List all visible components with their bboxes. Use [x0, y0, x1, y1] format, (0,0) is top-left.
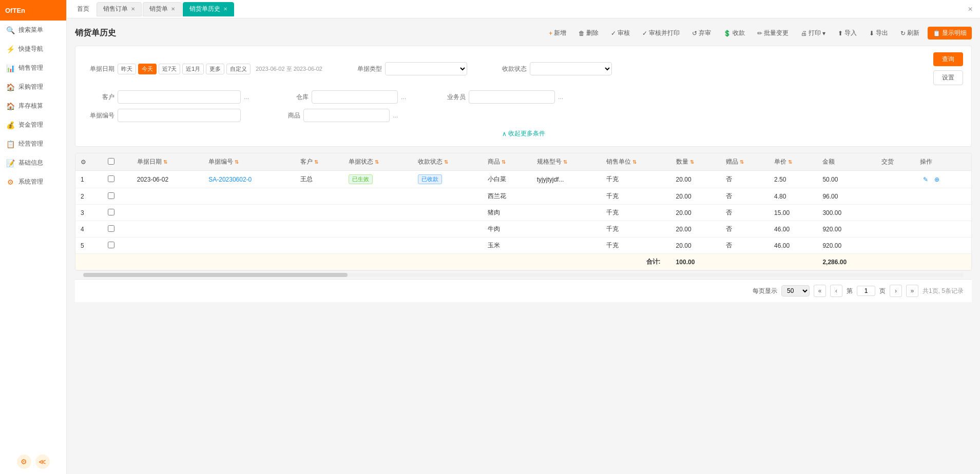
date-btn-7days[interactable]: 近7天 — [159, 64, 180, 74]
customer-picker-btn[interactable]: ... — [244, 93, 249, 101]
page-prev-btn[interactable]: ‹ — [830, 285, 842, 297]
audit-print-btn[interactable]: ✓ 审核并打印 — [638, 27, 684, 40]
doc-no-link[interactable]: SA-20230602-0 — [208, 176, 252, 183]
page-number-input[interactable] — [857, 286, 875, 296]
collapse-btn[interactable]: ∧ 收起更多条件 — [84, 127, 963, 140]
row-checkbox[interactable] — [108, 209, 114, 215]
refresh-btn[interactable]: ↻ 刷新 — [896, 27, 924, 40]
tab-close-icon[interactable]: ✕ — [131, 6, 135, 12]
td-delivery — [876, 188, 915, 205]
page-next-btn[interactable]: › — [890, 285, 902, 297]
row-checkbox[interactable] — [108, 242, 114, 248]
sidebar-item-basic-info[interactable]: 📝 基础信息 — [0, 153, 66, 172]
inventory-icon: 🏠 — [6, 102, 14, 110]
tab-home[interactable]: 首页 — [71, 2, 95, 16]
sidebar-item-purchase-mgmt[interactable]: 🏠 采购管理 — [0, 77, 66, 96]
td-spec — [532, 205, 601, 221]
row-checkbox[interactable] — [108, 225, 114, 232]
th-price[interactable]: 单价⇅ — [769, 153, 817, 171]
delete-btn[interactable]: 🗑 删除 — [574, 27, 603, 40]
scrollbar-thumb[interactable] — [83, 273, 348, 277]
basic-info-icon: 📝 — [6, 159, 14, 167]
tab-sales-delivery[interactable]: 销货单 ✕ — [143, 2, 182, 16]
th-collect-status[interactable]: 收款状态⇅ — [413, 153, 482, 171]
date-btn-more[interactable]: 更多 — [206, 64, 224, 74]
new-btn[interactable]: + 新增 — [545, 27, 570, 40]
sidebar-item-inventory[interactable]: 🏠 库存核算 — [0, 96, 66, 115]
collapse-label: 收起更多条件 — [508, 129, 545, 138]
th-product[interactable]: 商品⇅ — [483, 153, 532, 171]
td-doc-no — [203, 221, 295, 238]
horizontal-scrollbar[interactable] — [83, 273, 964, 277]
td-operation — [915, 221, 971, 238]
print-btn[interactable]: 🖨 打印 ▾ — [797, 27, 830, 40]
sidebar-settings-btn[interactable]: ⚙ — [17, 455, 31, 469]
page-size-select[interactable]: 50 20 100 200 — [781, 285, 810, 297]
td-doc-no — [203, 238, 295, 254]
sidebar-item-quick-nav[interactable]: ⚡ 快捷导航 — [0, 40, 66, 58]
td-delivery — [876, 221, 915, 238]
salesman-picker-btn[interactable]: ... — [558, 93, 563, 101]
page-title: 销货单历史 — [75, 28, 116, 38]
copy-op-btn[interactable]: ⊕ — [931, 175, 943, 184]
sidebar-collapse-btn[interactable]: ≪ — [35, 455, 50, 469]
warehouse-input[interactable] — [312, 90, 398, 104]
toolbar: + 新增 🗑 删除 ✓ 审核 ✓ 审核并打印 ↺ 弃审 — [545, 27, 972, 40]
audit-print-icon: ✓ — [642, 30, 647, 37]
customer-input[interactable] — [118, 90, 241, 104]
date-btn-today[interactable]: 今天 — [138, 64, 157, 74]
sidebar-item-finance[interactable]: 💰 资金管理 — [0, 115, 66, 134]
sidebar-item-sales-mgmt[interactable]: 📊 销售管理 — [0, 58, 66, 77]
collect-status-select[interactable] — [530, 62, 612, 75]
import-btn[interactable]: ⬆ 导入 — [834, 27, 861, 40]
td-gear: 5 — [75, 238, 103, 254]
export-btn[interactable]: ⬇ 导出 — [865, 27, 892, 40]
dropdown-arrow-icon: ▾ — [822, 30, 825, 37]
query-btn[interactable]: 查询 — [933, 52, 963, 66]
th-spec[interactable]: 规格型号⇅ — [532, 153, 601, 171]
edit-op-btn[interactable]: ✎ — [920, 175, 931, 184]
select-all-checkbox[interactable] — [108, 158, 114, 165]
row-checkbox[interactable] — [108, 192, 114, 199]
salesman-input[interactable] — [469, 90, 555, 104]
date-btn-1month[interactable]: 近1月 — [182, 64, 204, 74]
warehouse-picker-btn[interactable]: ... — [401, 93, 406, 101]
th-qty[interactable]: 数量⇅ — [671, 153, 721, 171]
th-doc-no[interactable]: 单据编号⇅ — [203, 153, 295, 171]
date-btn-custom[interactable]: 自定义 — [226, 64, 251, 74]
td-amount: 920.00 — [817, 238, 876, 254]
collect-status-select-wrap — [530, 62, 612, 75]
tab-close-icon[interactable]: ✕ — [223, 6, 227, 12]
th-gift[interactable]: 赠品⇅ — [721, 153, 769, 171]
tab-sales-order[interactable]: 销售订单 ✕ — [97, 2, 142, 16]
show-detail-btn[interactable]: 📋 显示明细 — [928, 27, 972, 40]
brand-logo: OfTEn — [5, 7, 25, 14]
doc-no-input[interactable] — [118, 109, 241, 122]
abandon-btn[interactable]: ↺ 弃审 — [688, 27, 715, 40]
page-first-btn[interactable]: « — [814, 285, 826, 297]
product-input[interactable] — [303, 109, 390, 122]
doc-type-select[interactable] — [385, 62, 467, 75]
product-picker-btn[interactable]: ... — [393, 112, 398, 119]
td-gift: 否 — [721, 171, 769, 188]
page-last-btn[interactable]: » — [906, 285, 918, 297]
collect-btn[interactable]: 💲 收款 — [719, 27, 749, 40]
th-customer[interactable]: 客户⇅ — [295, 153, 343, 171]
sidebar-item-system-mgmt[interactable]: ⚙ 系统管理 — [0, 172, 66, 191]
setting-btn[interactable]: 设置 — [933, 70, 963, 85]
audit-btn[interactable]: ✓ 审核 — [607, 27, 634, 40]
th-doc-status[interactable]: 单据状态⇅ — [343, 153, 413, 171]
tab-sales-history[interactable]: 销货单历史 ✕ — [183, 2, 234, 16]
batch-change-btn[interactable]: ✏ 批量变更 — [753, 27, 793, 40]
th-date[interactable]: 单据日期⇅ — [132, 153, 204, 171]
summary-label-text: 合计: — [132, 254, 671, 270]
tab-close-icon[interactable]: ✕ — [171, 6, 175, 12]
row-checkbox[interactable] — [108, 175, 114, 182]
sidebar-item-operations[interactable]: 📋 经营管理 — [0, 134, 66, 153]
gear-icon[interactable]: ⚙ — [81, 159, 86, 166]
th-unit[interactable]: 销售单位⇅ — [601, 153, 670, 171]
sidebar-item-search[interactable]: 🔍 搜索菜单 — [0, 21, 66, 40]
sort-icon: ⇅ — [163, 159, 167, 165]
window-close-btn[interactable]: ✕ — [965, 5, 976, 14]
date-btn-yesterday[interactable]: 昨天 — [118, 64, 136, 74]
